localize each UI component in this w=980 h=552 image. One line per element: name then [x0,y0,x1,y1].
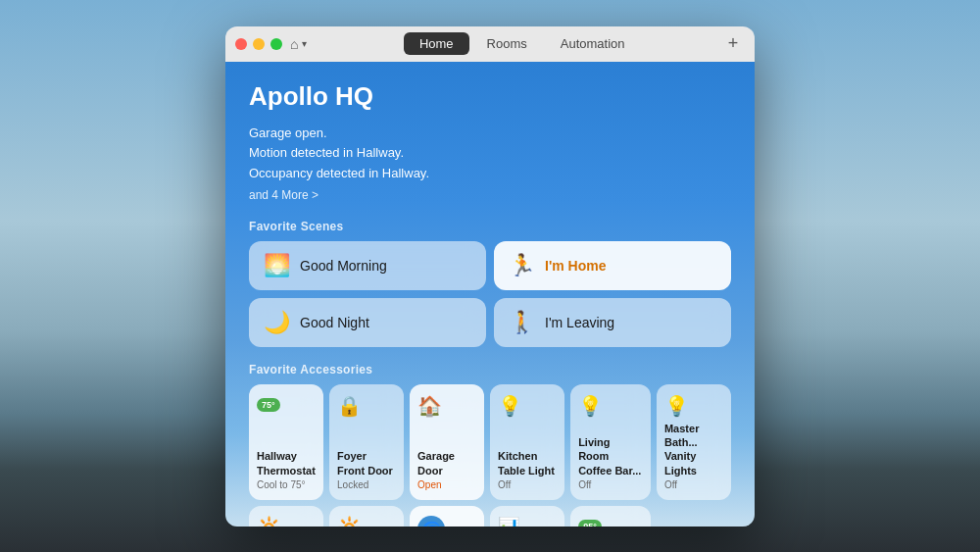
page-title: Apollo HQ [249,81,731,112]
front-door-icon: 🔒 [337,394,396,418]
alert-3: Occupancy detected in Hallway. [249,164,731,184]
kitchen-light-icon: 💡 [498,394,557,418]
alert-1: Garage open. [249,124,731,144]
traffic-lights [235,38,282,50]
accessory-vanity-lights[interactable]: 💡 Master Bath... Vanity Lights Off [657,384,731,500]
coffee-bar-status: Off [578,479,643,490]
thermostat-badge: 75° [257,398,280,412]
main-content: Apollo HQ Garage open. Motion detected i… [225,62,755,527]
garage-door-icon: 🏠 [417,394,476,418]
good-morning-label: Good Morning [300,258,387,274]
accessory-outside-temperature[interactable]: 95° Outside Temperature [570,506,651,526]
coffee-bar-icon: 💡 [578,394,643,418]
minimize-button[interactable] [253,38,265,50]
add-button[interactable]: + [721,32,745,56]
kitchen-light-status: Off [498,479,557,490]
alert-2: Motion detected in Hallway. [249,143,731,164]
main-window: ⌂ ▾ Home Rooms Automation + Apollo HQ Ga… [225,26,755,527]
outside-temp-badge: 95° [578,520,602,526]
thermostat-name: Hallway Thermostat [257,449,316,477]
scene-im-leaving[interactable]: 🚶 I'm Leaving [494,298,731,347]
im-home-icon: 🏃 [508,253,535,278]
good-night-icon: 🌙 [263,310,290,335]
thermostat-status: Cool to 75° [257,479,316,490]
accessory-outside-humidity[interactable]: 📊 Outside Humidity 50% [490,506,564,526]
scene-good-morning[interactable]: 🌅 Good Morning [249,241,486,290]
bedroom-right-lamp-icon: 🔆 [337,516,396,526]
im-home-label: I'm Home [545,258,606,274]
vanity-lights-status: Off [664,479,723,490]
im-leaving-label: I'm Leaving [545,315,614,330]
accessory-bedroom-left-lamp[interactable]: 🔆 Bedroom Left Lamp Off [249,506,323,526]
tab-home[interactable]: Home [404,32,469,55]
favorite-scenes-label: Favorite Scenes [249,220,731,233]
front-door-name: Foyer Front Door [337,449,396,477]
vanity-lights-icon: 💡 [664,394,723,418]
good-night-label: Good Night [300,315,369,330]
accessory-bedroom-right-lamp[interactable]: 🔆 Bedroom Right Lamp Off [329,506,404,526]
garage-door-name: Garage Door [417,449,476,477]
accessory-garage-door[interactable]: 🏠 Garage Door Open [410,384,484,500]
titlebar: ⌂ ▾ Home Rooms Automation + [225,26,755,62]
front-door-status: Locked [337,479,396,490]
home-icon[interactable]: ⌂ [290,36,298,52]
maximize-button[interactable] [270,38,282,50]
alerts-more-link[interactable]: and 4 More > [249,188,731,202]
accessory-bedroom-fan[interactable]: 🌀 Bedroom Fan 75% [410,506,484,526]
accessory-kitchen-light[interactable]: 💡 Kitchen Table Light Off [490,384,564,500]
chevron-down-icon[interactable]: ▾ [302,38,307,49]
coffee-bar-name: Living Room Coffee Bar... [578,435,643,477]
tab-bar: Home Rooms Automation [322,32,721,55]
scene-good-night[interactable]: 🌙 Good Night [249,298,486,347]
accessory-hallway-thermostat[interactable]: 75° Hallway Thermostat Cool to 75° [249,384,323,500]
kitchen-light-name: Kitchen Table Light [498,449,557,477]
tab-automation[interactable]: Automation [545,32,641,55]
favorite-accessories-label: Favorite Accessories [249,363,731,376]
vanity-lights-name: Master Bath... Vanity Lights [664,422,723,477]
scene-im-home[interactable]: 🏃 I'm Home [494,241,731,290]
fan-icon: 🌀 [417,516,445,526]
accessory-front-door[interactable]: 🔒 Foyer Front Door Locked [329,384,404,500]
alerts-section: Garage open. Motion detected in Hallway.… [249,124,731,184]
bedroom-left-lamp-icon: 🔆 [257,516,316,526]
tab-rooms[interactable]: Rooms [471,32,543,55]
good-morning-icon: 🌅 [263,253,290,278]
accessories-grid: 75° Hallway Thermostat Cool to 75° 🔒 Foy… [249,384,731,527]
accessory-coffee-bar[interactable]: 💡 Living Room Coffee Bar... Off [570,384,651,500]
garage-door-status: Open [417,479,476,490]
close-button[interactable] [235,38,247,50]
im-leaving-icon: 🚶 [508,310,535,335]
scenes-grid: 🌅 Good Morning 🏃 I'm Home 🌙 Good Night 🚶… [249,241,731,347]
humidity-icon: 📊 [498,516,557,526]
